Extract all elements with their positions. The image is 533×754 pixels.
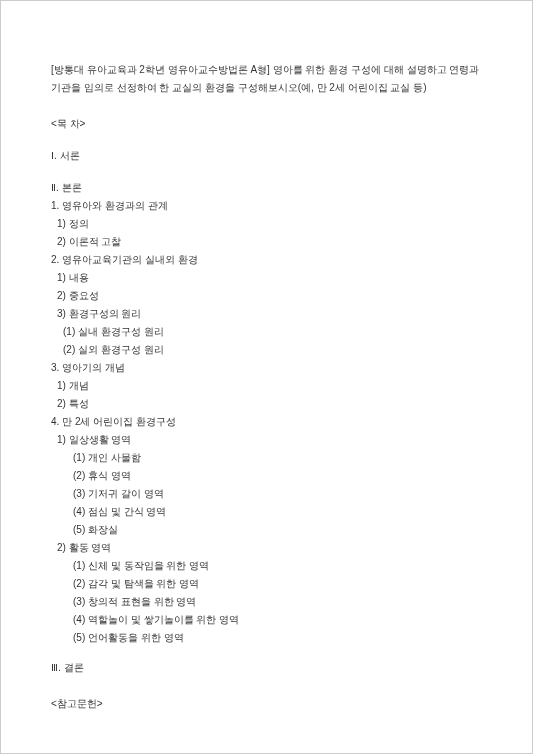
- toc-item: (4) 역할놀이 및 쌓기놀이를 위한 영역: [51, 611, 482, 629]
- toc-item: 2. 영유아교육기관의 실내외 환경: [51, 251, 482, 269]
- toc-item: 2) 이론적 고찰: [51, 233, 482, 251]
- toc-item: 1. 영유아와 환경과의 관계: [51, 197, 482, 215]
- toc-item: 2) 활동 영역: [51, 539, 482, 557]
- toc-item: 2) 중요성: [51, 287, 482, 305]
- toc-header: <목 차>: [51, 115, 482, 133]
- toc-item: (5) 언어활동을 위한 영역: [51, 629, 482, 647]
- toc-item: (3) 창의적 표현을 위한 영역: [51, 593, 482, 611]
- toc-item: (1) 실내 환경구성 원리: [51, 323, 482, 341]
- section-1-intro: Ⅰ. 서론: [51, 147, 482, 165]
- toc-item: 1) 정의: [51, 215, 482, 233]
- toc-item: 1) 내용: [51, 269, 482, 287]
- toc-item: 4. 만 2세 어린이집 환경구성: [51, 413, 482, 431]
- toc-item: (1) 개인 사물함: [51, 449, 482, 467]
- toc-item: (2) 감각 및 탐색을 위한 영역: [51, 575, 482, 593]
- toc-item: (2) 휴식 영역: [51, 467, 482, 485]
- toc-item: (1) 신체 및 동작임을 위한 영역: [51, 557, 482, 575]
- toc-item: 2) 특성: [51, 395, 482, 413]
- toc-item: 1) 개념: [51, 377, 482, 395]
- toc-item: (5) 화장실: [51, 521, 482, 539]
- toc-item: (2) 실외 환경구성 원리: [51, 341, 482, 359]
- toc-item: 1) 일상생활 영역: [51, 431, 482, 449]
- toc-item: (4) 점심 및 간식 영역: [51, 503, 482, 521]
- toc-item: (3) 기저귀 갈이 영역: [51, 485, 482, 503]
- section-2-body: Ⅱ. 본론: [51, 179, 482, 197]
- toc-item: 3. 영아기의 개념: [51, 359, 482, 377]
- document-title: [방통대 유아교육과 2학년 영유아교수방법론 A형] 영아를 위한 환경 구성…: [51, 61, 482, 97]
- section-3-conclusion: Ⅲ. 결론: [51, 659, 482, 677]
- toc-item: 3) 환경구성의 원리: [51, 305, 482, 323]
- references-header: <참고문헌>: [51, 695, 482, 713]
